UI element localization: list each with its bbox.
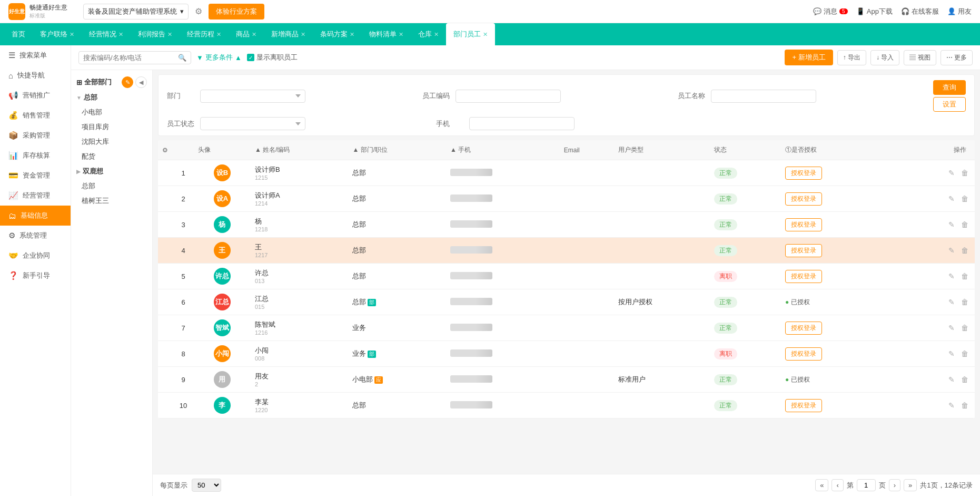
- tree-node-zhishu[interactable]: 植树王三: [71, 193, 152, 208]
- sidebar-item-purchase[interactable]: 📦 采购管理: [0, 125, 71, 145]
- system-selector[interactable]: 装备及固定资产辅助管理系统 ▾: [83, 4, 189, 20]
- auth-login-btn[interactable]: 授权登录: [785, 322, 822, 335]
- sidebar-item-finance[interactable]: 💳 资金管理: [0, 166, 71, 186]
- delete-btn[interactable]: 🗑: [959, 245, 971, 256]
- edit-btn[interactable]: ✎: [946, 400, 957, 411]
- edit-btn[interactable]: ✎: [946, 219, 957, 230]
- nav-item-warehouse[interactable]: 仓库 ✕: [411, 23, 446, 45]
- nav-item-profit[interactable]: 利润报告 ✕: [131, 23, 180, 45]
- delete-btn[interactable]: 🗑: [959, 400, 971, 411]
- delete-btn[interactable]: 🗑: [959, 323, 971, 333]
- app-download-btn[interactable]: 📱 App下载: [856, 7, 893, 16]
- close-icon[interactable]: ✕: [399, 31, 403, 38]
- delete-btn[interactable]: 🗑: [959, 297, 971, 307]
- resigned-checkbox[interactable]: ✓: [247, 54, 254, 61]
- tree-node-xiaodian[interactable]: 小电部: [71, 105, 152, 120]
- nav-item-history[interactable]: 经营历程 ✕: [180, 23, 229, 45]
- tree-node-zongbu-parent[interactable]: ▼ 总部: [71, 90, 152, 105]
- nav-item-barcode[interactable]: 条码方案 ✕: [313, 23, 362, 45]
- sidebar-item-collab[interactable]: 🤝 企业协同: [0, 246, 71, 266]
- tree-collapse-btn[interactable]: ◀: [135, 76, 147, 88]
- edit-btn[interactable]: ✎: [946, 168, 957, 178]
- close-icon[interactable]: ✕: [350, 31, 354, 38]
- per-page-select[interactable]: 50 100: [192, 479, 221, 492]
- view-button[interactable]: ▤ 视图: [904, 50, 936, 65]
- first-page-btn[interactable]: «: [815, 479, 828, 491]
- search-wrap[interactable]: 🔍: [78, 51, 191, 64]
- nav-item-operation[interactable]: 经营情况 ✕: [82, 23, 131, 45]
- nav-item-customer[interactable]: 客户联络 ✕: [33, 23, 82, 45]
- th-settings[interactable]: ⚙: [158, 140, 173, 160]
- sidebar-item-inventory[interactable]: 📊 库存核算: [0, 145, 71, 166]
- edit-btn[interactable]: ✎: [946, 193, 957, 204]
- delete-btn[interactable]: 🗑: [959, 271, 971, 281]
- nav-item-bom[interactable]: 物料清单 ✕: [362, 23, 411, 45]
- close-icon[interactable]: ✕: [301, 31, 305, 38]
- close-icon[interactable]: ✕: [167, 31, 172, 38]
- auth-login-btn[interactable]: 授权登录: [785, 399, 822, 412]
- sidebar-item-marketing[interactable]: 📢 营销推广: [0, 85, 71, 105]
- delete-btn[interactable]: 🗑: [959, 168, 971, 178]
- auth-login-btn[interactable]: 授权登录: [785, 218, 822, 231]
- edit-btn[interactable]: ✎: [946, 348, 957, 359]
- edit-btn[interactable]: ✎: [946, 271, 957, 281]
- next-page-btn[interactable]: ›: [889, 479, 900, 491]
- code-input[interactable]: [456, 90, 561, 103]
- query-button[interactable]: 查询: [933, 80, 966, 95]
- edit-btn[interactable]: ✎: [946, 323, 957, 333]
- import-button[interactable]: ↓ 导入: [870, 50, 899, 65]
- sidebar-item-guide[interactable]: ❓ 新手引导: [0, 266, 71, 286]
- sidebar-item-basic[interactable]: 🗂 基础信息: [0, 206, 71, 226]
- auth-login-btn[interactable]: 授权登录: [785, 192, 822, 206]
- message-btn[interactable]: 💬 消息 5: [813, 7, 848, 16]
- edit-btn[interactable]: ✎: [946, 245, 957, 256]
- delete-btn[interactable]: 🗑: [959, 193, 971, 204]
- name-input[interactable]: [711, 90, 816, 103]
- close-icon[interactable]: ✕: [216, 31, 221, 38]
- export-button[interactable]: ↑ 导出: [837, 50, 866, 65]
- trial-button[interactable]: 体验行业方案: [209, 4, 264, 20]
- sidebar-item-system[interactable]: ⚙ 系统管理: [0, 226, 71, 246]
- delete-btn[interactable]: 🗑: [959, 219, 971, 230]
- th-dept[interactable]: ▲ 部门/职位: [348, 140, 446, 160]
- page-input[interactable]: [857, 479, 876, 491]
- close-icon[interactable]: ✕: [483, 31, 488, 38]
- close-icon[interactable]: ✕: [252, 31, 256, 38]
- th-name[interactable]: ▲ 姓名/编码: [251, 140, 349, 160]
- user-menu[interactable]: 👤 用友: [947, 7, 972, 16]
- tree-node-project[interactable]: 项目库房: [71, 120, 152, 134]
- tree-node-zongbu[interactable]: 总部: [71, 179, 152, 193]
- close-icon[interactable]: ✕: [118, 31, 123, 38]
- nav-item-goods[interactable]: 商品 ✕: [229, 23, 264, 45]
- last-page-btn[interactable]: »: [904, 479, 917, 491]
- edit-btn[interactable]: ✎: [946, 297, 957, 307]
- nav-item-dept[interactable]: 部门员工 ✕: [446, 23, 495, 45]
- sidebar-item-shortcut[interactable]: ⌂ 快捷导航: [0, 65, 71, 85]
- sidebar-item-sales[interactable]: 💰 销售管理: [0, 105, 71, 125]
- delete-btn[interactable]: 🗑: [959, 348, 971, 359]
- add-employee-button[interactable]: + 新增员工: [785, 50, 833, 65]
- more-button[interactable]: ⋯ 更多: [941, 50, 973, 65]
- auth-login-btn[interactable]: 授权登录: [785, 167, 822, 180]
- settings-icon[interactable]: ⚙: [195, 6, 202, 16]
- tree-edit-btn[interactable]: ✎: [122, 76, 133, 88]
- more-filter-btn[interactable]: ▼ 更多条件 ▲: [196, 53, 242, 62]
- prev-page-btn[interactable]: ‹: [831, 479, 843, 491]
- delete-btn[interactable]: 🗑: [959, 374, 971, 385]
- phone-input[interactable]: [469, 117, 575, 130]
- th-phone[interactable]: ▲ 手机: [446, 140, 560, 160]
- sidebar-item-management[interactable]: 📈 经营管理: [0, 186, 71, 206]
- online-service-btn[interactable]: 🎧 在线客服: [901, 7, 939, 16]
- tree-node-shuangluxiang[interactable]: ▶ 双鹿想: [71, 164, 152, 179]
- auth-login-btn[interactable]: 授权登录: [785, 347, 822, 361]
- nav-item-addgoods[interactable]: 新增商品 ✕: [264, 23, 313, 45]
- tree-node-peihuo[interactable]: 配货: [71, 149, 152, 164]
- tree-all-dept[interactable]: ⊞ 全部部门: [76, 77, 112, 87]
- dept-select[interactable]: [200, 90, 305, 103]
- auth-login-btn[interactable]: 授权登录: [785, 270, 822, 283]
- close-icon[interactable]: ✕: [434, 31, 439, 38]
- reset-button[interactable]: 设置: [933, 97, 966, 112]
- sidebar-item-search[interactable]: ☰ 搜索菜单: [0, 45, 71, 65]
- auth-login-btn[interactable]: 授权登录: [785, 244, 822, 257]
- edit-btn[interactable]: ✎: [946, 374, 957, 385]
